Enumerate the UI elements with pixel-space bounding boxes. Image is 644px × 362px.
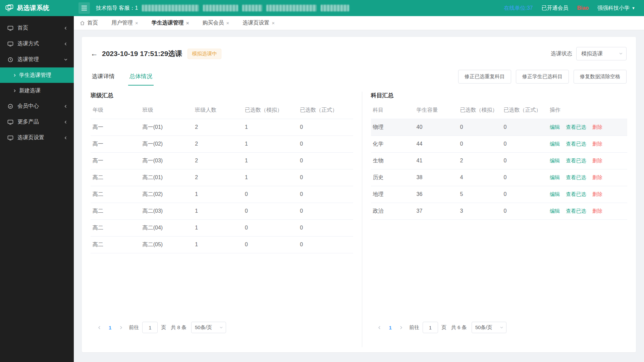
page-size-select[interactable]: 50条/页 [472,322,506,333]
cell-subject: 历史 [371,169,415,186]
sidebar-item-label: 选课方式 [17,40,60,47]
sidebar-item-home[interactable]: 首页 [0,20,74,36]
goto-page-input[interactable] [423,322,438,333]
sidebar-item-new-selection[interactable]: 新建选课 [0,83,74,98]
table-row: 高一 高一(02) 2 1 0 [91,136,353,152]
chevron-left-icon [64,26,68,30]
goto-page-input[interactable] [142,322,158,333]
cell-selected-formal: 0 [501,186,548,203]
page-number[interactable]: 1 [107,325,113,330]
close-icon[interactable]: × [226,20,229,26]
fix-student-selected-button[interactable]: 修正学生已选科目 [516,70,569,84]
sidebar-item-student-selection[interactable]: 学生选课管理 [0,67,74,83]
cell-class: 高二(02) [141,186,193,203]
view-selected-link[interactable]: 查看已选 [566,158,586,163]
cell-selected-sim: 1 [243,119,298,136]
view-selected-link[interactable]: 查看已选 [566,174,586,180]
redacted-phone-block [242,5,262,11]
delete-link[interactable]: 删除 [592,141,602,147]
nav-tab-label: 学生选课管理 [152,19,184,27]
page-size-select[interactable]: 50条/页 [191,322,226,333]
menu-icon [7,135,13,141]
cell-class: 高二(01) [141,169,193,186]
nav-tab-home[interactable]: 首页 [80,19,98,27]
edit-link[interactable]: 编辑 [550,158,560,163]
column-header: 已选数（正式） [298,102,353,119]
sidebar-item-member-center[interactable]: 会员中心 [0,98,74,114]
nav-tab-student-selection[interactable]: 学生选课管理 × [152,19,189,27]
delete-link[interactable]: 删除 [592,124,602,130]
cell-subject: 生物 [371,152,415,169]
cell-grade: 高二 [91,203,141,219]
cell-subject: 物理 [371,119,415,136]
cell-class-size: 1 [193,186,243,203]
member-status-label[interactable]: 已开通会员 [541,5,568,12]
cell-selected-sim: 0 [243,186,298,203]
tab-selection-detail[interactable]: 选课详情 [91,72,116,86]
delete-link[interactable]: 删除 [592,208,602,214]
page-number[interactable]: 1 [388,325,393,330]
delete-link[interactable]: 删除 [592,191,602,197]
delete-link[interactable]: 删除 [592,158,602,163]
biao-label[interactable]: Biao [577,5,589,11]
cell-capacity: 44 [415,136,458,152]
back-arrow-icon[interactable]: ← [91,50,98,57]
next-page-icon[interactable] [396,323,406,332]
sidebar-item-label: 新建选课 [19,87,41,94]
tab-overall-situation[interactable]: 总体情况 [128,72,154,86]
delete-link[interactable]: 删除 [592,174,602,180]
sidebar-item-selection-page-settings[interactable]: 选课页设置 [0,130,74,146]
cell-actions: 编辑 查看已选 删除 [548,203,627,219]
cell-actions: 编辑 查看已选 删除 [548,152,627,169]
edit-link[interactable]: 编辑 [550,174,560,180]
view-selected-link[interactable]: 查看已选 [566,191,586,197]
prev-page-icon[interactable] [375,323,384,332]
cell-class: 高二(04) [141,219,193,236]
fix-duplicate-subjects-button[interactable]: 修正已选重复科目 [458,70,511,84]
org-dropdown[interactable]: 强强科技小学 ▼ [597,5,635,12]
next-page-icon[interactable] [116,323,125,332]
sidebar-item-label: 选课管理 [17,56,60,63]
close-icon[interactable]: × [272,20,275,26]
column-header: 班级人数 [193,102,243,119]
view-selected-link[interactable]: 查看已选 [566,208,586,214]
redacted-phone-block [142,5,199,11]
sidebar-item-selection-management[interactable]: 选课管理 [0,52,74,67]
sidebar-item-label: 更多产品 [17,118,60,125]
nav-tab-selection-page-settings[interactable]: 选课页设置 × [243,19,275,27]
cell-selected-formal: 0 [298,136,353,152]
cell-subject: 政治 [371,203,415,219]
table-row: 高一 高一(03) 2 1 0 [91,152,353,169]
fix-data-spaces-button[interactable]: 修复数据清除空格 [574,70,627,84]
edit-link[interactable]: 编辑 [550,141,560,147]
chevron-down-icon [500,326,503,329]
cell-selected-formal: 0 [298,186,353,203]
cell-subject: 化学 [371,136,415,152]
sidebar-item-selection-method[interactable]: 选课方式 [0,36,74,52]
support-contact-label: 技术指导 客服：1 [96,5,138,12]
nav-tab-buy-membership[interactable]: 购买会员 × [203,19,229,27]
close-icon[interactable]: × [135,20,138,26]
chevron-down-icon [219,326,223,329]
nav-tab-user-management[interactable]: 用户管理 × [111,19,138,27]
redacted-phone-block [321,5,349,11]
edit-link[interactable]: 编辑 [550,191,560,197]
subject-summary-pane: 科目汇总 科目 学生容量 已选数（模拟） 已选数（正式） 操作 [362,92,627,347]
cell-selected-sim: 4 [458,169,501,186]
view-selected-link[interactable]: 查看已选 [566,124,586,130]
status-select-label: 选课状态 [551,50,572,57]
edit-link[interactable]: 编辑 [550,124,560,130]
collapse-menu-icon[interactable] [78,2,90,14]
menu-icon [7,25,13,31]
prev-page-icon[interactable] [95,323,104,332]
cell-capacity: 41 [415,152,458,169]
edit-link[interactable]: 编辑 [550,208,560,214]
table-row: 化学 44 0 0 编辑 查看已选 删除 [371,136,627,152]
close-icon[interactable]: × [186,20,189,26]
status-select[interactable]: 模拟选课 [576,47,627,60]
cell-selected-formal: 0 [298,169,353,186]
view-selected-link[interactable]: 查看已选 [566,141,586,147]
cell-selected-sim: 5 [458,186,501,203]
sidebar-item-more-products[interactable]: 更多产品 [0,114,74,130]
chevron-left-icon [64,42,68,46]
